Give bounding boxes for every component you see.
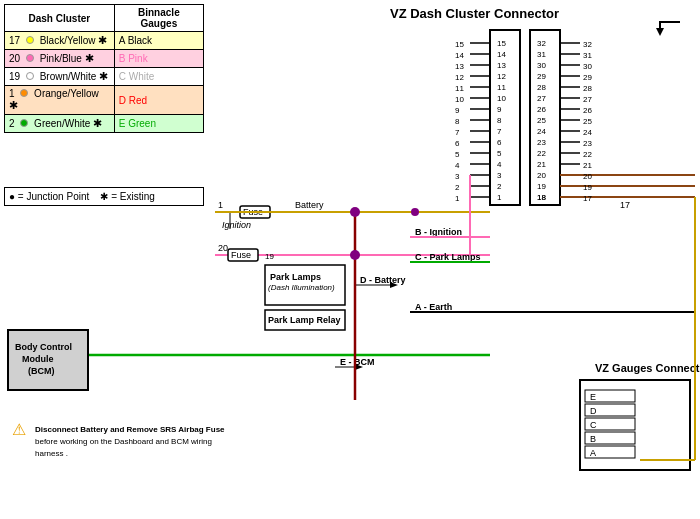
svg-text:19: 19: [265, 252, 274, 261]
svg-text:(BCM): (BCM): [28, 366, 55, 376]
svg-text:3: 3: [455, 172, 460, 181]
wiring-diagram: VZ Dash Cluster Connector 15 14 13 12 11…: [0, 0, 700, 519]
vz-title: VZ Dash Cluster Connector: [390, 6, 559, 21]
svg-text:20: 20: [537, 171, 546, 180]
svg-text:7: 7: [455, 128, 460, 137]
svg-text:30: 30: [583, 62, 592, 71]
svg-text:2: 2: [497, 182, 502, 191]
svg-text:17: 17: [620, 200, 630, 210]
svg-point-130: [411, 208, 419, 216]
svg-text:Module: Module: [22, 354, 54, 364]
svg-text:before working on the Dashboar: before working on the Dashboard and BCM …: [35, 437, 212, 446]
svg-text:32: 32: [537, 39, 546, 48]
svg-text:29: 29: [537, 72, 546, 81]
svg-text:26: 26: [537, 105, 546, 114]
svg-text:5: 5: [497, 149, 502, 158]
svg-marker-0: [656, 28, 664, 36]
svg-text:B - Ignition: B - Ignition: [415, 227, 462, 237]
svg-text:D - Battery: D - Battery: [360, 275, 406, 285]
connector-left-pins: 15 14 13 12 11 10 9 8 7 6 5 4 3 2 1 32 3…: [455, 30, 592, 205]
svg-text:18: 18: [537, 193, 546, 202]
svg-text:(Dash Illumination): (Dash Illumination): [268, 283, 335, 292]
svg-text:5: 5: [455, 150, 460, 159]
svg-text:14: 14: [497, 50, 506, 59]
svg-text:6: 6: [455, 139, 460, 148]
svg-text:11: 11: [497, 83, 506, 92]
svg-text:4: 4: [497, 160, 502, 169]
svg-text:A - Earth: A - Earth: [415, 302, 452, 312]
svg-text:11: 11: [455, 84, 464, 93]
svg-text:23: 23: [537, 138, 546, 147]
svg-text:B: B: [590, 434, 596, 444]
svg-text:25: 25: [583, 117, 592, 126]
svg-point-129: [350, 207, 360, 217]
svg-text:15: 15: [497, 39, 506, 48]
svg-text:32: 32: [583, 40, 592, 49]
svg-text:3: 3: [497, 171, 502, 180]
svg-point-128: [350, 250, 360, 260]
svg-text:1: 1: [497, 193, 502, 202]
svg-text:8: 8: [497, 116, 502, 125]
svg-text:1: 1: [218, 200, 223, 210]
svg-text:Ignition: Ignition: [222, 220, 251, 230]
svg-text:13: 13: [497, 61, 506, 70]
svg-text:12: 12: [455, 73, 464, 82]
svg-text:30: 30: [537, 61, 546, 70]
svg-text:24: 24: [537, 127, 546, 136]
svg-text:Disconnect Battery and Remove : Disconnect Battery and Remove SRS Airbag…: [35, 425, 225, 434]
svg-text:E: E: [590, 392, 596, 402]
svg-text:20: 20: [583, 172, 592, 181]
svg-text:4: 4: [455, 161, 460, 170]
svg-text:22: 22: [583, 150, 592, 159]
svg-text:13: 13: [455, 62, 464, 71]
svg-text:VZ Gauges Connector: VZ Gauges Connector: [595, 362, 700, 374]
svg-text:1: 1: [455, 194, 460, 203]
svg-text:21: 21: [537, 160, 546, 169]
svg-text:Fuse: Fuse: [231, 250, 251, 260]
svg-text:27: 27: [583, 95, 592, 104]
svg-text:Park Lamp Relay: Park Lamp Relay: [268, 315, 341, 325]
svg-text:14: 14: [455, 51, 464, 60]
svg-text:C: C: [590, 420, 597, 430]
svg-text:⚠: ⚠: [12, 421, 26, 438]
svg-text:10: 10: [497, 94, 506, 103]
svg-text:28: 28: [537, 83, 546, 92]
svg-text:6: 6: [497, 138, 502, 147]
svg-text:28: 28: [583, 84, 592, 93]
svg-text:harness .: harness .: [35, 449, 68, 458]
svg-text:31: 31: [537, 50, 546, 59]
svg-text:26: 26: [583, 106, 592, 115]
svg-text:17: 17: [583, 194, 592, 203]
svg-text:29: 29: [583, 73, 592, 82]
svg-text:A: A: [590, 448, 596, 458]
svg-text:27: 27: [537, 94, 546, 103]
svg-text:10: 10: [455, 95, 464, 104]
svg-text:Body Control: Body Control: [15, 342, 72, 352]
svg-text:23: 23: [583, 139, 592, 148]
svg-text:24: 24: [583, 128, 592, 137]
svg-text:15: 15: [455, 40, 464, 49]
svg-text:21: 21: [583, 161, 592, 170]
svg-text:20: 20: [218, 243, 228, 253]
svg-text:9: 9: [455, 106, 460, 115]
svg-text:8: 8: [455, 117, 460, 126]
svg-text:19: 19: [583, 183, 592, 192]
svg-text:19: 19: [537, 182, 546, 191]
svg-text:31: 31: [583, 51, 592, 60]
svg-text:2: 2: [455, 183, 460, 192]
svg-text:25: 25: [537, 116, 546, 125]
svg-text:7: 7: [497, 127, 502, 136]
svg-text:Battery: Battery: [295, 200, 324, 210]
svg-text:Park Lamps: Park Lamps: [270, 272, 321, 282]
svg-text:9: 9: [497, 105, 502, 114]
svg-text:D: D: [590, 406, 597, 416]
svg-text:12: 12: [497, 72, 506, 81]
svg-text:22: 22: [537, 149, 546, 158]
